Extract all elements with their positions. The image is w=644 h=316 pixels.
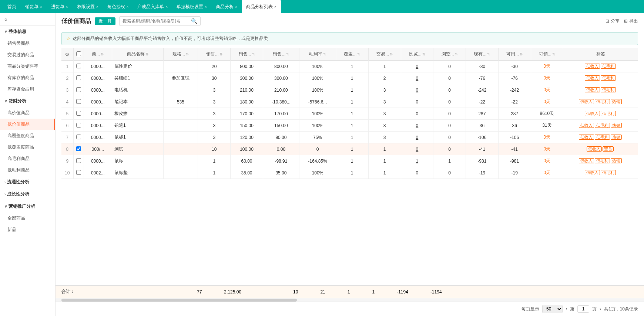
view-count-link[interactable]: 0 — [416, 88, 419, 93]
share-button[interactable]: ⊡ 分享 — [606, 18, 620, 24]
row-checkbox[interactable] — [73, 108, 84, 120]
row-checkbox[interactable] — [73, 143, 84, 155]
view-count-link[interactable]: 1 — [416, 159, 419, 164]
view-count-link[interactable]: 0 — [416, 170, 419, 176]
row-available-stock: -30 — [498, 61, 531, 72]
sidebar-item-high-value[interactable]: 高价值商品 — [0, 107, 55, 119]
sidebar-group-asset-analysis[interactable]: ∨ 货财分析 — [0, 95, 55, 107]
row-view1[interactable]: 1 — [401, 155, 433, 167]
row-checkbox[interactable] — [73, 96, 84, 108]
nav-close-icon[interactable]: × — [66, 5, 68, 9]
sidebar-item-all-products[interactable]: 全部商品 — [0, 213, 55, 224]
nav-purchase-order[interactable]: 进货单 × — [47, 0, 73, 13]
row-days: 31天 — [531, 120, 563, 132]
col-checkbox[interactable] — [73, 48, 84, 61]
sidebar-item-category-sales-rate[interactable]: 商品分类销售率 — [0, 61, 55, 72]
nav-product-stock[interactable]: 产成品入库单 × — [133, 0, 172, 13]
sidebar-item-stock-funds[interactable]: 库存资金占用 — [0, 84, 55, 95]
sidebar-item-new-products[interactable]: 新品 — [0, 224, 55, 235]
row-select-checkbox[interactable] — [76, 146, 81, 151]
export-button[interactable]: ⊞ 导出 — [624, 18, 638, 24]
row-view1[interactable]: 0 — [401, 167, 433, 179]
row-trade: 1 — [368, 61, 401, 72]
row-checkbox[interactable] — [73, 120, 84, 132]
search-box[interactable]: 🔍 — [119, 16, 201, 26]
sidebar-group-overall[interactable]: ∨ 整体信息 — [0, 26, 55, 38]
row-select-checkbox[interactable] — [76, 123, 81, 128]
nav-close-icon[interactable]: × — [96, 5, 98, 9]
nav-product-analysis[interactable]: 商品分析 × — [211, 0, 242, 13]
share-icon: ⊡ — [606, 18, 609, 24]
view-count-link[interactable]: 0 — [416, 99, 419, 105]
sidebar-item-low-coverage[interactable]: 低覆盖度商品 — [0, 142, 55, 153]
row-select-checkbox[interactable] — [76, 99, 81, 104]
view-count-link[interactable]: 0 — [416, 76, 419, 81]
view-count-link[interactable]: 0 — [416, 123, 419, 128]
sidebar-group-growth[interactable]: › 成长性分析 — [0, 188, 55, 200]
row-select-checkbox[interactable] — [76, 135, 81, 139]
view-count-link[interactable]: 0 — [416, 135, 419, 140]
row-select-checkbox[interactable] — [76, 158, 81, 163]
sidebar-item-traded-products[interactable]: 交易过的商品 — [0, 49, 55, 61]
row-current-stock: -30 — [466, 61, 499, 72]
sidebar-item-high-profit[interactable]: 高毛利商品 — [0, 153, 55, 164]
sidebar-item-low-profit[interactable]: 低毛利商品 — [0, 164, 55, 176]
page-size-select[interactable]: 50 100 200 — [542, 305, 563, 313]
nav-sales-order[interactable]: 销货单 × — [21, 0, 47, 13]
nav-close-icon[interactable]: × — [165, 5, 168, 9]
nav-close-icon[interactable]: × — [40, 5, 42, 9]
page-input[interactable] — [577, 305, 589, 313]
row-view1[interactable]: 0 — [401, 72, 433, 84]
row-select-checkbox[interactable] — [76, 170, 81, 175]
sidebar-group-marketing[interactable]: ∨ 营销推广分析 — [0, 200, 55, 213]
row-checkbox[interactable] — [73, 155, 84, 167]
row-view1[interactable]: 0 — [401, 120, 433, 132]
footer-totals: 合计： 77 2,125.00 10 21 1 1 -1194 -1194 — [56, 285, 644, 298]
row-select-checkbox[interactable] — [76, 75, 81, 80]
row-view1[interactable]: 0 — [401, 132, 433, 143]
row-view1[interactable]: 0 — [401, 143, 433, 155]
row-select-checkbox[interactable] — [76, 64, 81, 68]
page-next-btn[interactable]: › — [600, 306, 601, 312]
sidebar-item-stock-products[interactable]: 有库存的商品 — [0, 72, 55, 84]
row-view1[interactable]: 0 — [401, 84, 433, 96]
nav-close-icon[interactable]: × — [274, 5, 276, 9]
select-all-checkbox[interactable] — [76, 51, 81, 56]
row-checkbox[interactable] — [73, 132, 84, 143]
table-row: 3 0000... 电话机 3 210.00 210.00 100% 1 3 0… — [61, 84, 638, 96]
view-count-link[interactable]: 0 — [416, 64, 419, 69]
nav-permissions[interactable]: 权限设置 × — [73, 0, 103, 13]
nav-role-auth[interactable]: 角色授权 × — [103, 0, 133, 13]
nav-template-settings[interactable]: 单据模板设置 × — [172, 0, 211, 13]
nav-product-analysis-list[interactable]: 商品分析列表 × — [242, 0, 281, 13]
row-checkbox[interactable] — [73, 72, 84, 84]
nav-close-icon[interactable]: × — [235, 5, 237, 9]
row-sales3: 90.00 — [263, 132, 299, 143]
nav-close-icon[interactable]: × — [205, 5, 207, 9]
view-count-link[interactable]: 0 — [416, 111, 419, 116]
sidebar-item-low-value[interactable]: 低价值商品 — [0, 119, 55, 130]
nav-home[interactable]: 首页 — [3, 0, 21, 13]
nav-close-icon[interactable]: × — [127, 5, 129, 9]
row-select-checkbox[interactable] — [76, 87, 81, 92]
row-checkbox[interactable] — [73, 61, 84, 72]
row-tags: 低收入低毛利热销 — [563, 155, 638, 167]
col-coverage: 覆盖...⇅ — [336, 48, 369, 61]
row-checkbox[interactable] — [73, 167, 84, 179]
row-view1[interactable]: 0 — [401, 61, 433, 72]
row-checkbox[interactable] — [73, 84, 84, 96]
search-input[interactable] — [123, 18, 189, 24]
row-view1[interactable]: 0 — [401, 96, 433, 108]
page-prev-btn[interactable]: ‹ — [566, 306, 567, 312]
row-select-checkbox[interactable] — [76, 111, 81, 116]
sidebar-item-high-coverage[interactable]: 高覆盖度商品 — [0, 130, 55, 142]
row-profit-rate: 75% — [299, 132, 336, 143]
col-settings[interactable]: ⚙ — [61, 48, 73, 61]
row-current-stock: -106 — [466, 132, 499, 143]
sidebar-item-sales-products[interactable]: 销售类商品 — [0, 38, 55, 49]
sidebar-collapse-btn[interactable]: « — [3, 16, 9, 22]
sidebar-group-circulation[interactable]: › 流通性分析 — [0, 176, 55, 188]
filter-tag-recent-month[interactable]: 近一月 — [95, 17, 115, 25]
view-count-link[interactable]: 0 — [416, 147, 419, 152]
row-view1[interactable]: 0 — [401, 108, 433, 120]
